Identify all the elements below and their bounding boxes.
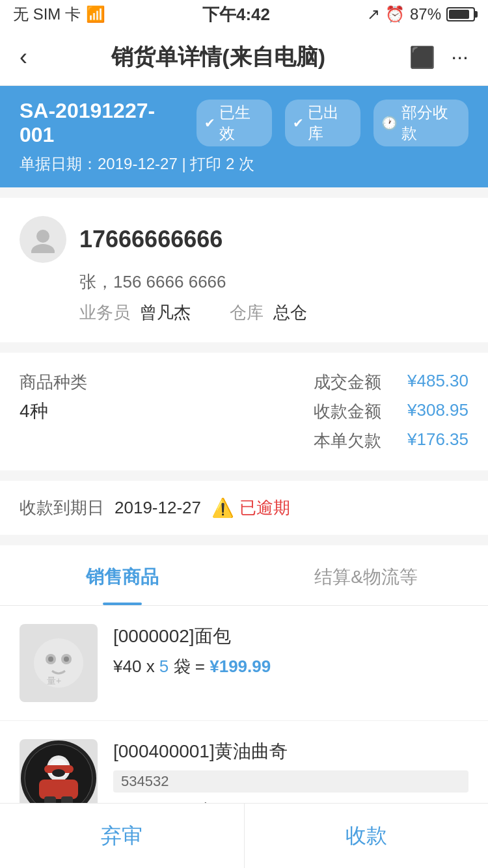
- list-item: 量+ [0000002]面包 ¥40 x 5 袋 = ¥199.99: [0, 606, 488, 721]
- back-button[interactable]: ‹: [20, 44, 27, 71]
- status-bar: 无 SIM 卡 📶 下午4:42 ↗ ⏰ 87%: [0, 0, 488, 29]
- nav-actions: ⬛ ···: [409, 45, 468, 70]
- clock-icon: 🕐: [381, 115, 398, 131]
- wifi-icon: 📶: [86, 5, 105, 23]
- tab-products[interactable]: 销售商品: [0, 545, 244, 605]
- tab-settlement[interactable]: 结算&物流等: [244, 545, 488, 605]
- product-thumbnail: 量+: [20, 624, 98, 702]
- product-name: [0000002]面包: [113, 624, 468, 649]
- owed-value: ¥176.35: [407, 429, 468, 452]
- overdue-badge: ⚠️ 已逾期: [211, 496, 290, 519]
- svg-point-0: [36, 230, 49, 243]
- header-banner: SA-20191227-001 ✔ 已生效 ✔ 已出库 🕐 部分收款 单据日期：…: [0, 86, 488, 187]
- status-effected: ✔ 已生效: [197, 100, 272, 146]
- received-value: ¥308.95: [407, 400, 468, 423]
- customer-sub: 张，156 6666 6666: [79, 271, 468, 293]
- warehouse-value: 总仓: [273, 303, 307, 322]
- owed-label: 本单欠款: [314, 429, 381, 452]
- svg-point-6: [64, 657, 69, 662]
- overdue-icon: ⚠️: [211, 497, 234, 519]
- product-info: [0000002]面包 ¥40 x 5 袋 = ¥199.99: [113, 624, 468, 678]
- tabs-container: 销售商品 结算&物流等: [0, 545, 488, 606]
- product-name-2: [000400001]黄油曲奇: [113, 739, 468, 764]
- received-row: 收款金额 ¥308.95: [314, 400, 468, 423]
- bottom-bar: 弃审 收款: [0, 803, 488, 868]
- product-sku: 534532: [113, 770, 468, 793]
- nav-bar: ‹ 销货单详情(来自电脑) ⬛ ···: [0, 29, 488, 86]
- status-right: ↗ ⏰ 87%: [367, 5, 475, 23]
- banner-top: SA-20191227-001 ✔ 已生效 ✔ 已出库 🕐 部分收款: [20, 99, 468, 147]
- product-type-count: 4种: [20, 399, 87, 424]
- time-label: 下午4:42: [202, 3, 270, 26]
- more-icon[interactable]: ···: [451, 45, 468, 69]
- svg-point-5: [48, 657, 53, 662]
- status-partial: 🕐 部分收款: [373, 100, 469, 146]
- stats-right: 成交金额 ¥485.30 收款金额 ¥308.95 本单欠款 ¥176.35: [314, 371, 468, 452]
- product-type-label: 商品种类: [20, 371, 87, 394]
- deal-value: ¥485.30: [407, 371, 468, 394]
- svg-text:量+: 量+: [47, 675, 61, 686]
- avatar: [20, 216, 66, 263]
- battery-label: 87%: [410, 5, 441, 23]
- due-section: 收款到期日 2019-12-27 ⚠️ 已逾期: [0, 481, 488, 535]
- alarm-icon: ⏰: [385, 5, 405, 23]
- stats-section: 商品种类 4种 成交金额 ¥485.30 收款金额 ¥308.95 本单欠款 ¥…: [0, 353, 488, 470]
- svg-rect-11: [39, 780, 78, 799]
- due-label: 收款到期日: [20, 496, 104, 519]
- deal-row: 成交金额 ¥485.30: [314, 371, 468, 394]
- overdue-label: 已逾期: [239, 496, 290, 519]
- confirm-button[interactable]: 收款: [245, 804, 489, 868]
- customer-section: 17666666666 张，156 6666 6666 业务员 曾凡杰 仓库 总…: [0, 198, 488, 342]
- svg-point-1: [31, 244, 55, 253]
- thumb-placeholder: 量+: [20, 624, 98, 702]
- page-title: 销货单详情(来自电脑): [111, 42, 325, 72]
- warehouse-label: 仓库: [230, 303, 264, 322]
- check-icon: ✔: [204, 115, 215, 131]
- check-icon-2: ✔: [293, 115, 304, 131]
- customer-name: 17666666666: [79, 226, 223, 253]
- due-date-value: 2019-12-27: [115, 498, 201, 518]
- owed-row: 本单欠款 ¥176.35: [314, 429, 468, 452]
- battery-icon: [446, 7, 475, 21]
- salesperson-value: 曾凡杰: [140, 303, 191, 322]
- product-price: ¥40 x 5 袋 = ¥199.99: [113, 655, 468, 678]
- status-left: 无 SIM 卡 📶: [13, 4, 105, 25]
- salesperson-label: 业务员: [79, 303, 130, 322]
- received-label: 收款金额: [314, 400, 381, 423]
- status-shipped: ✔ 已出库: [285, 100, 360, 146]
- banner-sub: 单据日期：2019-12-27 | 打印 2 次: [20, 154, 468, 174]
- carrier-label: 无 SIM 卡: [13, 4, 81, 25]
- cancel-button[interactable]: 弃审: [0, 804, 245, 868]
- deal-label: 成交金额: [314, 371, 381, 394]
- customer-top: 17666666666: [20, 216, 468, 263]
- customer-meta: 业务员 曾凡杰 仓库 总仓: [79, 301, 468, 324]
- order-id: SA-20191227-001: [20, 99, 183, 147]
- share-icon[interactable]: ⬛: [409, 45, 435, 70]
- location-icon: ↗: [367, 5, 380, 23]
- svg-point-14: [52, 769, 65, 777]
- stats-left: 商品种类 4种: [20, 371, 87, 424]
